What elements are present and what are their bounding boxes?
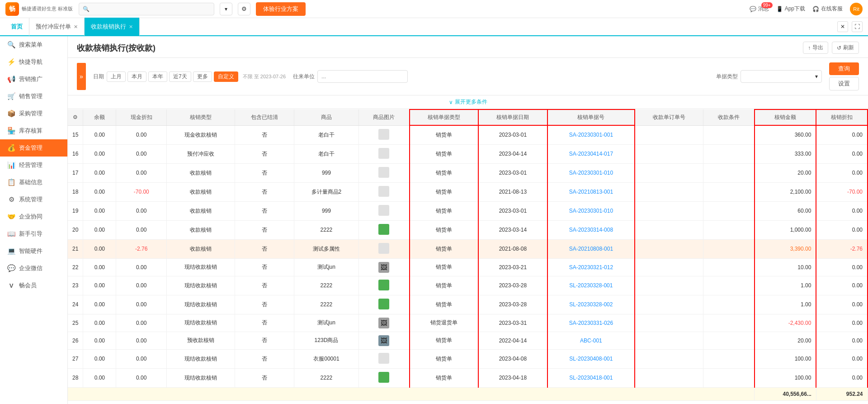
online-service-item[interactable]: 🎧 在线客服 xyxy=(812,5,843,13)
table-row: 180.00-70.00收款核销否多计量商品2销货单2021-08-13SA-2… xyxy=(68,182,868,201)
row-product: 999 xyxy=(294,163,359,182)
table-row: 270.000.00现结收款核销否衣服00001销货单2023-04-08SL-… xyxy=(68,349,868,368)
sidebar-item-search[interactable]: 🔍 搜索菜单 xyxy=(0,36,67,53)
row-product: 测试多属性 xyxy=(294,239,359,258)
sidebar-item-shortcut[interactable]: ⚡ 快捷导航 xyxy=(0,53,67,71)
table-row: 230.000.00现结收款核销否2222销货单2023-03-28SL-202… xyxy=(68,276,868,295)
sidebar-item-hardware[interactable]: 💻 智能硬件 xyxy=(0,242,67,260)
row-doc-no[interactable]: SA-20210808-001 xyxy=(547,239,635,258)
date-btn-custom[interactable]: 自定义 xyxy=(214,71,238,82)
tab-home[interactable]: 首页 xyxy=(5,18,29,36)
row-product-img xyxy=(359,201,410,220)
refresh-button[interactable]: ↺ 刷新 xyxy=(832,42,859,54)
industry-button[interactable]: 体验行业方案 xyxy=(256,2,306,16)
logo-text: 畅捷通谱好生意 标准版 xyxy=(22,5,73,12)
type-select[interactable]: ▾ xyxy=(741,70,822,83)
user-avatar[interactable]: Rit xyxy=(850,3,863,15)
row-doc-no[interactable]: SA-20210813-001 xyxy=(547,182,635,201)
row-order-id xyxy=(635,258,703,276)
row-product: 多计量商品2 xyxy=(294,182,359,201)
type-filter: 单据类型 ▾ xyxy=(716,70,822,83)
sidebar-item-system[interactable]: ⚙ 系统管理 xyxy=(0,191,67,208)
data-table: ⚙ 余额 现金折扣 核销类型 包含已结清 商品 商品图片 核销单据类型 核销单据… xyxy=(68,109,868,401)
row-doc-no[interactable]: SL-20230328-001 xyxy=(547,276,635,295)
filter-collapse-btn[interactable]: » xyxy=(77,63,86,90)
tab-close-btn[interactable]: ✕ xyxy=(837,21,848,32)
date-btn-this-year[interactable]: 本年 xyxy=(148,71,167,82)
row-doc-no[interactable]: SL-20230408-001 xyxy=(547,349,635,368)
tab-verify-close[interactable]: ✕ xyxy=(129,24,133,30)
date-btn-7days[interactable]: 近7天 xyxy=(169,71,191,82)
date-btn-this-month[interactable]: 本月 xyxy=(127,71,146,82)
sidebar-item-member[interactable]: V 畅会员 xyxy=(0,277,67,294)
row-verify-type: 收款核销 xyxy=(167,182,235,201)
sidebar-item-wechat[interactable]: 💬 企业微信 xyxy=(0,260,67,277)
row-product-img: 🖼 xyxy=(359,314,410,332)
row-doc-no[interactable]: SL-20230328-002 xyxy=(547,295,635,314)
gear-button[interactable]: ⚙ xyxy=(238,3,250,15)
row-order-id xyxy=(635,368,703,387)
settings-button[interactable]: 设置 xyxy=(829,77,859,90)
app-download-item[interactable]: 📱 App下载 xyxy=(776,5,805,13)
sidebar-item-purchase[interactable]: 📦 采购管理 xyxy=(0,105,67,122)
date-btn-more[interactable]: 更多 xyxy=(193,71,212,82)
row-doc-no[interactable]: SA-20230314-008 xyxy=(547,220,635,239)
table-container: ⚙ 余额 现金折扣 核销类型 包含已结清 商品 商品图片 核销单据类型 核销单据… xyxy=(68,109,868,404)
row-settled: 否 xyxy=(235,332,294,349)
tab-expand-btn[interactable]: ⛶ xyxy=(852,21,863,32)
date-label: 日期 xyxy=(93,73,104,81)
row-doc-no[interactable]: SL-20230418-001 xyxy=(547,368,635,387)
sidebar-item-wechat-label: 企业微信 xyxy=(19,264,42,272)
sidebar-item-sales[interactable]: 🛒 销售管理 xyxy=(0,88,67,105)
row-settled: 否 xyxy=(235,276,294,295)
query-button[interactable]: 查询 xyxy=(829,62,859,75)
row-id: 19 xyxy=(68,201,83,220)
row-doc-no[interactable]: SA-20230331-026 xyxy=(547,314,635,332)
row-doc-no[interactable]: SA-20230321-012 xyxy=(547,258,635,276)
row-balance: 0.00 xyxy=(83,201,116,220)
row-doc-no[interactable]: SA-20230414-017 xyxy=(547,144,635,163)
date-btn-last-month[interactable]: 上月 xyxy=(107,71,126,82)
row-settled: 否 xyxy=(235,295,294,314)
row-product: 123D商品 xyxy=(294,332,359,349)
tab-prepay[interactable]: 预付冲应付单 ✕ xyxy=(29,18,85,36)
row-balance: 0.00 xyxy=(83,125,116,144)
row-cash-discount: 0.00 xyxy=(116,295,167,314)
unit-input[interactable] xyxy=(317,70,408,83)
dropdown-button[interactable]: ▾ xyxy=(220,3,232,15)
row-doc-type: 销货单 xyxy=(410,276,478,295)
sidebar-item-operations[interactable]: 📊 经营管理 xyxy=(0,157,67,174)
col-settings[interactable]: ⚙ xyxy=(68,109,83,125)
row-verify-type: 收款核销 xyxy=(167,239,235,258)
row-amount: 1.00 xyxy=(755,295,816,314)
tab-prepay-close[interactable]: ✕ xyxy=(74,24,78,30)
member-icon: V xyxy=(7,282,15,289)
row-pay-term xyxy=(703,276,755,295)
sidebar-item-collab[interactable]: 🤝 企业协同 xyxy=(0,208,67,225)
row-discount: 0.00 xyxy=(816,332,868,349)
row-id: 22 xyxy=(68,258,83,276)
row-verify-type: 现结收款核销 xyxy=(167,295,235,314)
row-discount: 0.00 xyxy=(816,314,868,332)
tab-verify[interactable]: 收款核销执行 ✕ xyxy=(85,18,140,36)
export-button[interactable]: ↑ 导出 xyxy=(803,42,828,54)
row-product: 测试jun xyxy=(294,258,359,276)
row-doc-no[interactable]: SA-20230301-010 xyxy=(547,163,635,182)
row-doc-no[interactable]: SA-20230301-010 xyxy=(547,201,635,220)
row-balance: 0.00 xyxy=(83,220,116,239)
row-amount: 333.00 xyxy=(755,144,816,163)
online-service-label: 在线客服 xyxy=(821,5,843,13)
row-doc-date: 2021-08-08 xyxy=(478,239,547,258)
sidebar-item-guide[interactable]: 📖 新手引导 xyxy=(0,225,67,242)
row-pay-term xyxy=(703,163,755,182)
notification-item[interactable]: 💬 消息 99+ xyxy=(750,5,769,13)
expand-more-btn[interactable]: ∨ 展开更多条件 xyxy=(449,98,487,106)
row-doc-no[interactable]: SA-20230301-001 xyxy=(547,125,635,144)
sidebar-item-finance[interactable]: 💰 资金管理 xyxy=(0,139,67,157)
row-id: 27 xyxy=(68,349,83,368)
date-filter: 日期 上月 本月 本年 近7天 更多 自定义 不限 至 2023-07-26 xyxy=(93,71,286,82)
row-doc-no[interactable]: ABC-001 xyxy=(547,332,635,349)
sidebar-item-marketing[interactable]: 📢 营销推广 xyxy=(0,71,67,88)
sidebar-item-inventory[interactable]: 🏪 库存核算 xyxy=(0,122,67,139)
sidebar-item-basics[interactable]: 📋 基础信息 xyxy=(0,174,67,191)
